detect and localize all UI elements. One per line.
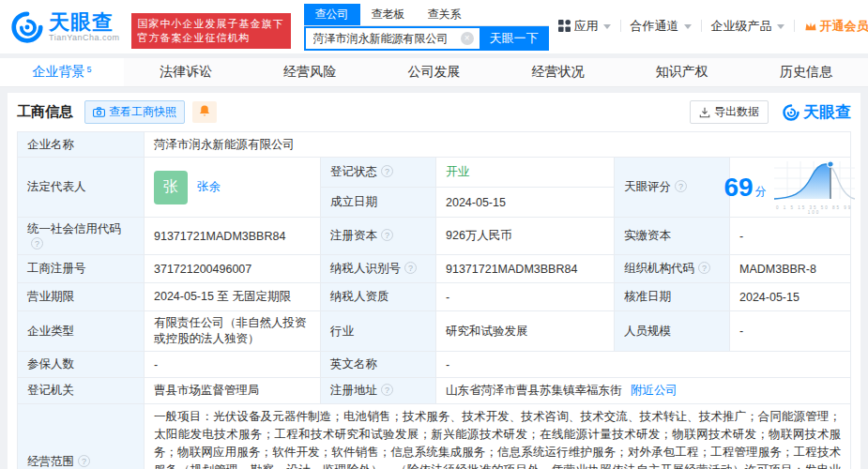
help-icon[interactable]: ? (31, 237, 43, 250)
search-tabs: 查公司 查老板 查关系 (304, 4, 549, 26)
business-scope-value: 一般项目：光伏设备及元器件制造；电池销售；技术服务、技术开发、技术咨询、技术交流… (145, 404, 851, 469)
tab-company-background[interactable]: 企业背景5 (0, 58, 124, 86)
view-business-snapshot-button[interactable]: 查看工商快照 (84, 100, 185, 124)
table-row: 参保人数 - 英文名称 - (18, 352, 851, 378)
help-icon[interactable]: ? (78, 455, 90, 467)
nav-open-membership[interactable]: 开通会员 (795, 18, 868, 35)
tianyancha-eye-icon (9, 9, 45, 45)
business-scope-label: 经营范围? (18, 404, 145, 469)
search-input[interactable] (304, 26, 480, 51)
help-icon[interactable]: ? (381, 165, 393, 177)
tab-badge-count: 5 (87, 65, 92, 74)
help-icon[interactable]: ? (381, 384, 393, 396)
reg-number-label: 工商注册号 (18, 255, 145, 283)
taxpayer-id-value: 91371721MADM3BBR84 (436, 255, 615, 283)
watermark-brand: 天眼查 (782, 101, 851, 123)
reg-authority-value: 曹县市场监督管理局 (145, 378, 321, 404)
business-info-card: 工商信息 查看工商快照 导出数据 (8, 93, 860, 469)
reg-address-label: 注册地址? (321, 378, 436, 404)
nearby-companies-link[interactable]: 附近公司 (631, 384, 678, 397)
section-title: 工商信息 (17, 103, 73, 121)
reg-capital-label: 注册资本? (321, 218, 436, 255)
logo-domain: TianYanCha.com (49, 33, 120, 42)
reg-authority-label: 登记机关 (18, 378, 145, 404)
tianyancha-logo[interactable]: 天眼查 TianYanCha.com (9, 9, 120, 45)
legal-rep-label: 法定代表人 (18, 158, 145, 218)
search-tab-boss[interactable]: 查老板 (360, 4, 417, 25)
reg-capital-value: 926万人民币 (436, 218, 615, 255)
english-name-value: - (436, 352, 851, 378)
tab-legal-proceedings[interactable]: 法律诉讼 (124, 58, 248, 86)
approval-date-label: 核准日期 (615, 283, 730, 311)
tianyancha-eye-icon (782, 103, 800, 122)
industry-value: 研究和试验发展 (436, 311, 615, 352)
tianyan-score-cell[interactable]: 69 分 (730, 158, 851, 218)
taxpayer-id-label: 纳税人识别号? (321, 255, 436, 283)
monitor-alert-button[interactable] (192, 101, 217, 123)
search-tab-relation[interactable]: 查关系 (417, 4, 473, 25)
help-icon[interactable]: ? (675, 180, 687, 192)
paid-capital-value: - (730, 218, 851, 255)
nav-apps[interactable]: 应用 (549, 18, 620, 35)
est-date-label: 成立日期 (321, 188, 436, 218)
help-icon[interactable]: ? (381, 229, 393, 241)
score-value: 69 (723, 174, 753, 201)
tab-operating-status[interactable]: 经营状况 (496, 58, 620, 86)
search-clear-icon[interactable]: × (461, 32, 474, 45)
table-row: 经营范围? 一般项目：光伏设备及元器件制造；电池销售；技术服务、技术开发、技术咨… (18, 404, 851, 469)
org-code-label: 组织机构代码? (615, 255, 730, 283)
staff-size-value: - (730, 311, 851, 352)
reg-status-label: 登记状态? (321, 158, 436, 188)
reg-number-value: 371721200496007 (145, 255, 321, 283)
tianyan-score-label: 天眼评分? (615, 158, 730, 218)
camera-icon (93, 107, 105, 117)
approval-date-value: 2024-05-15 (730, 283, 851, 311)
help-icon[interactable]: ? (404, 262, 417, 274)
gov-certification-badge: 国家中小企业发展子基金旗下 官方备案企业征信机构 (131, 13, 291, 49)
table-row: 企业类型 有限责任公司（非自然人投资或控股的法人独资） 行业 研究和试验发展 人… (18, 311, 851, 352)
search-button[interactable]: 天眼一下 (480, 26, 549, 51)
export-data-button[interactable]: 导出数据 (690, 100, 769, 124)
company-section-tabs: 企业背景5 法律诉讼 经营风险 公司发展 经营状况 知识产权 历史信息 (0, 58, 868, 87)
search-tab-company[interactable]: 查公司 (304, 4, 360, 25)
download-icon (699, 107, 710, 118)
reg-address-value: 山东省菏泽市曹县苏集镇幸福东街 附近公司 (436, 378, 851, 404)
chevron-down-icon (777, 24, 784, 29)
top-header: 天眼查 TianYanCha.com 国家中小企业发展子基金旗下 官方备案企业征… (0, 0, 868, 53)
tab-intellectual-property[interactable]: 知识产权 (620, 58, 744, 86)
legal-rep-cell: 张 张余 (145, 158, 321, 218)
legal-rep-link[interactable]: 张余 (197, 179, 221, 195)
table-row: 法定代表人 张 张余 登记状态? 开业 天眼评分? 69 分 (18, 158, 851, 188)
insured-value: - (145, 352, 321, 378)
chevron-down-icon (684, 24, 692, 29)
uscc-value: 91371721MADM3BBR84 (145, 218, 321, 255)
tab-company-development[interactable]: 公司发展 (372, 58, 495, 86)
top-nav: 应用 合作通道 企业级产品 开通会员 道济 (549, 17, 868, 35)
nav-cooperation[interactable]: 合作通道 (621, 18, 701, 35)
tab-history-info[interactable]: 历史信息 (744, 58, 868, 86)
chevron-down-icon (603, 24, 611, 29)
help-icon[interactable]: ? (698, 262, 710, 274)
tab-operational-risk[interactable]: 经营风险 (248, 58, 372, 86)
company-type-label: 企业类型 (18, 311, 145, 352)
legal-rep-avatar[interactable]: 张 (154, 171, 188, 204)
logo-name: 天眼查 (49, 12, 120, 33)
alert-bell-icon (199, 104, 210, 117)
english-name-label: 英文名称 (321, 352, 436, 378)
table-row: 企业名称 菏泽市润永新能源有限公司 (18, 132, 851, 158)
business-term-value: 2024-05-15 至 无固定期限 (145, 283, 321, 311)
insured-label: 参保人数 (18, 352, 145, 378)
org-code-value: MADM3BBR-8 (730, 255, 851, 283)
table-row: 工商注册号 371721200496007 纳税人识别号? 91371721MA… (18, 255, 851, 283)
est-date-value: 2024-05-15 (436, 188, 615, 218)
crown-icon (804, 21, 817, 32)
nav-enterprise-products[interactable]: 企业级产品 (702, 18, 794, 35)
section-header: 工商信息 查看工商快照 导出数据 (17, 100, 851, 124)
table-row: 营业期限 2024-05-15 至 无固定期限 纳税人资质 - 核准日期 202… (18, 283, 851, 311)
industry-label: 行业 (321, 311, 436, 352)
company-name-value: 菏泽市润永新能源有限公司 (145, 132, 851, 158)
table-row: 统一社会信用代码? 91371721MADM3BBR84 注册资本? 926万人… (18, 218, 851, 255)
search-area: 查公司 查老板 查关系 × 天眼一下 (304, 4, 549, 51)
taxpayer-qualification-value: - (436, 283, 615, 311)
business-registration-table: 企业名称 菏泽市润永新能源有限公司 法定代表人 张 张余 登记状态? 开业 天眼… (17, 131, 851, 469)
